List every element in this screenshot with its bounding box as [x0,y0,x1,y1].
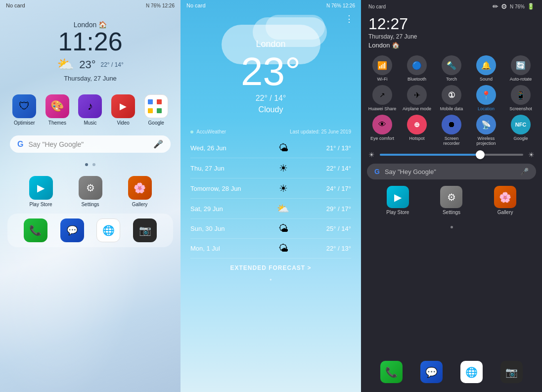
app-themes[interactable]: 🎨 Themes [43,94,72,126]
forecast-table-p2: AccuWeather Last updated: 25 June 2019 W… [181,129,361,259]
p3-app-gallery[interactable]: 🌸 Gallery [481,186,530,215]
signal-p2: N 76% [326,3,341,8]
main-temp-p2: 23° [181,52,361,91]
status-icons-p3: ✏ ⚙ N 76% 🔋 [493,2,535,10]
extended-forecast-btn[interactable]: EXTENDED FORECAST > [181,259,361,277]
app-google-folder[interactable]: Google [141,94,171,126]
gear-icon-p3[interactable]: ⚙ [501,2,507,10]
search-bar-p1[interactable]: G Say "Hey Google" 🎤 [10,135,171,153]
tile-wireless-projection[interactable]: 📡 Wireless projection [471,115,501,146]
wireless-projection-tile-label: Wireless projection [471,136,501,146]
tile-screen-recorder[interactable]: ⏺ Screen recorder [436,115,467,146]
brightness-thumb[interactable] [476,150,485,159]
sound-tile-icon: 🔔 [476,55,496,75]
app-playstore[interactable]: ▶ Play Store [20,176,62,207]
dock-phone[interactable]: 📞 [20,218,51,242]
tile-autorotate[interactable]: 🔄 Auto-rotate [505,55,536,82]
status-bar-p2: No card N 76% 12:26 [181,0,361,11]
tile-hotspot[interactable]: ⊕ Hotspot [402,115,432,146]
notification-panel: No card ✏ ⚙ N 76% 🔋 12:27 Thursday, 27 J… [361,0,542,392]
themes-label: Themes [48,120,66,126]
last-updated-label: Last updated: 25 June 2019 [290,129,351,134]
app-video[interactable]: ▶ Video [109,94,138,126]
p3-dock-messages[interactable]: 💬 [413,361,450,383]
eye-comfort-tile-icon: 👁 [372,115,392,134]
brightness-low-icon: ☀ [368,151,375,159]
search-placeholder-p1: Say "Hey Google" [28,140,148,148]
dock-p3: 📞 💬 🌐 📷 [361,357,542,387]
tile-bluetooth[interactable]: 🔵 Bluetooth [402,55,432,82]
forecast-day-2: Tomorrow, 28 Jun [190,185,255,192]
tile-mobile-data[interactable]: ① Mobile data [436,85,467,111]
themes-icon: 🎨 [45,94,69,118]
tile-nfc[interactable]: NFC Google [505,115,536,146]
p3-dock-camera[interactable]: 📷 [494,361,530,383]
app-music[interactable]: ♪ Music [76,94,105,126]
settings-label: Settings [81,202,99,207]
tile-airplane[interactable]: ✈ Airplane mode [402,85,432,111]
signal-p3: N 76% [510,4,525,9]
tile-torch[interactable]: 🔦 Torch [436,55,467,82]
playstore-icon: ▶ [29,176,53,200]
video-icon: ▶ [111,94,135,118]
temp-p1: 23° [79,58,95,71]
huawei-share-tile-label: Huawei Share [368,106,397,111]
tile-wifi[interactable]: 📶 Wi-Fi [367,55,398,82]
forecast-icon-1: ☀ [255,162,312,174]
p3-dock-phone[interactable]: 📞 [373,361,409,383]
wifi-tile-label: Wi-Fi [377,77,388,82]
brightness-slider[interactable] [380,154,523,156]
p3-app-settings[interactable]: ⚙ Settings [427,186,476,215]
gallery-label: Gallery [132,202,148,207]
clock-p3: 12:27 [361,12,542,33]
google-folder-icon [144,94,168,118]
weather-widget-p1[interactable]: London 🏠 11:26 ⛅ 23° 22° / 14° Thursday,… [0,11,181,87]
music-label: Music [84,120,96,126]
brightness-fill [380,154,480,156]
phone-icon: 📞 [24,218,47,242]
bottom-dot-p2: ● [181,277,361,282]
home-screen-panel: No card N 76% 12:26 London 🏠 11:26 ⛅ 23°… [0,0,181,392]
dock-chrome[interactable]: 🌐 [93,218,125,242]
app-optimiser[interactable]: 🛡 Optimiser [10,94,39,126]
search-bar-p3[interactable]: G Say "Hey Google" 🎤 [367,164,536,179]
mic-icon-p1[interactable]: 🎤 [153,139,163,149]
status-icons-p2: N 76% 12:26 [326,3,355,8]
airplane-tile-label: Airplane mode [403,106,431,111]
tile-eye-comfort[interactable]: 👁 Eye comfort [367,115,398,146]
tile-location[interactable]: 📍 Location [471,85,501,111]
menu-dots-p2[interactable]: ⋮ [181,11,361,27]
dock-camera[interactable]: 📷 [129,218,161,242]
p3-dock-chrome[interactable]: 🌐 [453,361,490,383]
autorotate-tile-label: Auto-rotate [510,77,532,82]
p3-app-playstore[interactable]: ▶ Play Store [373,186,422,215]
p3-dot-1 [451,226,453,228]
pencil-icon-p3[interactable]: ✏ [493,2,498,10]
mobile-data-tile-icon: ① [442,85,461,105]
forecast-row-2: Tomorrow, 28 Jun ☀ 24° / 17° [190,178,351,199]
time-p1: 12:26 [162,3,175,8]
tile-huawei-share[interactable]: ↗ Huawei Share [367,85,398,111]
accuweather-row: AccuWeather Last updated: 25 June 2019 [190,129,351,134]
mic-icon-p3[interactable]: 🎤 [520,168,529,175]
app-grid-p1: 🛡 Optimiser 🎨 Themes ♪ Music ▶ Video Goo… [0,87,181,133]
forecast-row-0: Wed, 26 Jun 🌤 21° / 13° [190,138,351,158]
location-p3: London 🏠 [361,40,542,50]
google-folder-label: Google [148,120,164,126]
nfc-tile-label: Google [513,136,528,141]
tile-screenshot[interactable]: 📱 Screenshot [505,85,536,111]
status-bar-p1: No card N 76% 12:26 [0,0,181,11]
forecast-row-1: Thu, 27 Jun ☀ 22° / 14° [190,158,351,178]
app-settings[interactable]: ⚙ Settings [69,176,111,207]
app-gallery[interactable]: 🌸 Gallery [119,176,161,207]
forecast-icon-2: ☀ [255,182,312,194]
tile-sound[interactable]: 🔔 Sound [471,55,501,82]
date-p1: Thursday, 27 June [0,75,181,82]
screenshot-tile-label: Screenshot [509,106,532,111]
forecast-icon-0: 🌤 [255,142,312,154]
forecast-icon-5: 🌤 [255,243,312,254]
dock-messages[interactable]: 💬 [56,218,88,242]
status-icons-p1: N 76% 12:26 [146,3,175,8]
apps-grid-p3: ▶ Play Store ⚙ Settings 🌸 Gallery [361,182,542,219]
bottom-apps-p1: ▶ Play Store ⚙ Settings 🌸 Gallery [0,172,181,211]
